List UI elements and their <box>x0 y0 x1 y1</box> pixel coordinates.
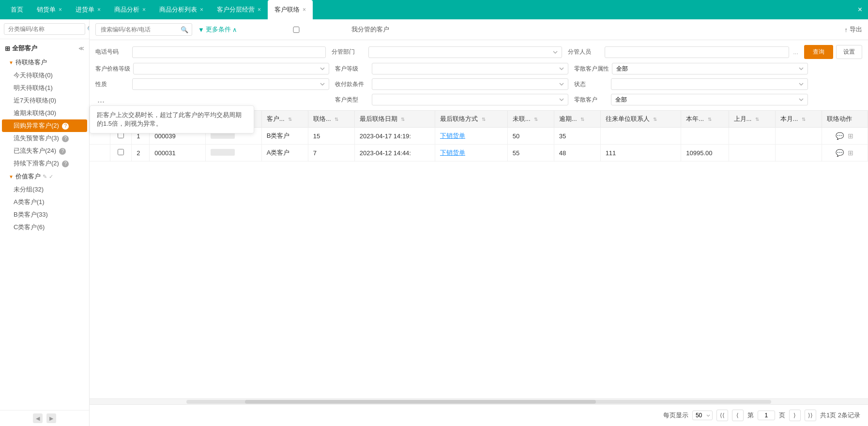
filter-retail-customer: 零散客户 全部 <box>574 94 808 105</box>
gender-select[interactable] <box>132 78 329 90</box>
nav-home[interactable]: 首页 <box>4 0 30 19</box>
per-page-select[interactable]: 50 <box>692 411 713 420</box>
declining-question-icon[interactable]: ? <box>62 161 69 167</box>
scroll-thumb[interactable] <box>245 400 596 404</box>
more-filter-btn[interactable]: ... <box>95 95 107 105</box>
page-input[interactable] <box>758 411 775 420</box>
col-last-contact-date[interactable]: 最后联络日期 ⇅ <box>354 111 435 128</box>
col-type[interactable]: 客户... ⇅ <box>261 111 308 128</box>
edit-icon[interactable]: ✎ <box>43 174 47 180</box>
close-customer-contact-tab[interactable]: × <box>303 6 306 13</box>
close-sales-tab[interactable]: × <box>59 6 62 13</box>
nav-product-list[interactable]: 商品分析列表 × <box>152 0 210 19</box>
last-page-btn[interactable]: ⟩⟩ <box>805 410 816 421</box>
sidebar-all-customers[interactable]: ⊞ 全部客户 ≪ <box>0 41 89 56</box>
close-product-list-tab[interactable]: × <box>200 6 203 13</box>
col-last-month[interactable]: 上月... ⇅ <box>729 111 775 128</box>
first-page-btn[interactable]: ⟨⟨ <box>716 410 728 421</box>
sort-this-year-icon[interactable]: ⇅ <box>708 117 712 122</box>
sort-contact-icon[interactable]: ⇅ <box>335 117 338 122</box>
sidebar-pending-section[interactable]: ▼ 待联络客户 <box>0 56 89 69</box>
lost-question-icon[interactable]: ? <box>62 135 69 142</box>
sidebar-class-a[interactable]: A类客户(1) <box>0 196 89 208</box>
dept-select[interactable] <box>368 46 562 58</box>
sort-type-icon[interactable]: ⇅ <box>288 117 292 122</box>
nav-sales[interactable]: 销货单 × <box>30 0 69 19</box>
customer-type-select[interactable] <box>372 94 569 105</box>
sort-last-month-icon[interactable]: ⇅ <box>755 117 759 122</box>
nav-customer-tier[interactable]: 客户分层经营 × <box>210 0 268 19</box>
sidebar-class-c[interactable]: C类客户(6) <box>0 221 89 234</box>
close-purchase-tab[interactable]: × <box>97 6 101 13</box>
sidebar-left-arrow[interactable]: ◀ <box>33 413 43 423</box>
phone-input[interactable] <box>132 46 326 58</box>
search-input-wrap: 🔍 <box>95 23 192 36</box>
row2-qr-icon[interactable]: ⊞ <box>848 149 853 157</box>
sort-date-icon[interactable]: ⇅ <box>401 117 405 122</box>
sidebar-right-arrow[interactable]: ▶ <box>46 413 56 423</box>
sidebar-tomorrow-pending[interactable]: 明天待联络(1) <box>0 82 89 94</box>
close-product-analysis-tab[interactable]: × <box>142 6 146 13</box>
status-select[interactable] <box>611 78 808 90</box>
sidebar-today-pending[interactable]: 今天待联络(0) <box>0 69 89 82</box>
next-page-btn[interactable]: ⟩ <box>789 410 801 421</box>
close-customer-tier-tab[interactable]: × <box>258 6 261 13</box>
my-customers-checkbox-area[interactable]: 我分管的客户 <box>243 25 389 34</box>
sort-uncontacted-icon[interactable]: ⇅ <box>534 117 538 122</box>
retail-attr-select[interactable]: 全部 <box>612 63 808 74</box>
col-this-month[interactable]: 本月... ⇅ <box>775 111 822 128</box>
more-conditions-btn[interactable]: ▼ 更多条件 ∧ <box>198 25 237 34</box>
row1-last-contact-method[interactable]: 下销货单 <box>435 128 507 145</box>
horizontal-scroll[interactable] <box>90 398 868 404</box>
sidebar-ungrouped[interactable]: 未分组(32) <box>0 183 89 196</box>
nav-customer-contact[interactable]: 客户联络 × <box>268 0 313 19</box>
price-level-select[interactable] <box>133 63 329 74</box>
sidebar-value-section[interactable]: ▼ 价值客户 ✎ ✓ <box>0 170 89 183</box>
row2-select-checkbox[interactable] <box>118 149 124 155</box>
export-btn[interactable]: ↑ 导出 <box>845 25 863 34</box>
repurchase-question-icon[interactable]: ? <box>62 123 69 130</box>
search-input[interactable] <box>95 23 192 36</box>
sidebar-class-b[interactable]: B类客户(33) <box>0 208 89 221</box>
row1-qr-icon[interactable]: ⊞ <box>848 132 853 140</box>
nav-purchase[interactable]: 进货单 × <box>69 0 107 19</box>
sidebar-collapse-icon[interactable]: ≪ <box>78 45 84 52</box>
row2-chat-icon[interactable]: 💬 <box>836 149 844 157</box>
sort-method-icon[interactable]: ⇅ <box>482 117 486 122</box>
sidebar-search-input[interactable] <box>4 23 85 35</box>
query-btn[interactable]: 查询 <box>804 45 833 59</box>
col-overdue[interactable]: 逾期... ⇅ <box>554 111 600 128</box>
col-uncontacted[interactable]: 未联... ⇅ <box>507 111 554 128</box>
col-this-year[interactable]: 本年... ⇅ <box>681 111 729 128</box>
my-customers-checkbox[interactable] <box>243 27 350 33</box>
row1-chat-icon[interactable]: 💬 <box>836 132 844 140</box>
prev-page-btn[interactable]: ⟨ <box>732 410 744 421</box>
sort-overdue-icon[interactable]: ⇅ <box>580 117 584 122</box>
nav-product-analysis[interactable]: 商品分析 × <box>107 0 152 19</box>
sidebar-lost-warning[interactable]: 流失预警客户(3) ? <box>0 132 89 145</box>
close-all-icon[interactable]: × <box>858 5 862 14</box>
sort-this-month-icon[interactable]: ⇅ <box>802 117 806 122</box>
sort-unit-contact-icon[interactable]: ⇅ <box>653 117 657 122</box>
person-input[interactable] <box>605 46 789 58</box>
sidebar-repurchase-abnormal[interactable]: 回购异常客户(2) ? <box>2 119 87 132</box>
setting-btn[interactable]: 设置 <box>836 45 862 59</box>
sidebar-already-lost[interactable]: 已流失客户(24) ? <box>0 145 89 157</box>
main-layout: 🔍 ⊞ 全部客户 ≪ ▼ 待联络客户 今天待联络(0) 明天待联络(1) 近7天… <box>0 19 868 426</box>
sidebar-overdue-pending[interactable]: 逾期未联络(30) <box>0 107 89 119</box>
sidebar-week-pending[interactable]: 近7天待联络(0) <box>0 94 89 107</box>
retail-customer-select[interactable]: 全部 <box>611 94 808 105</box>
already-lost-question-icon[interactable]: ? <box>59 148 66 155</box>
row2-last-contact-method[interactable]: 下销货单 <box>435 145 507 162</box>
customer-level-select[interactable] <box>372 63 569 74</box>
col-contact[interactable]: 联络... ⇅ <box>308 111 354 128</box>
row2-name <box>206 145 262 162</box>
check-icon[interactable]: ✓ <box>49 174 53 180</box>
search-icon[interactable]: 🔍 <box>181 26 188 33</box>
person-more-icon[interactable]: ... <box>793 48 798 56</box>
col-last-contact-method[interactable]: 最后联络方式 ⇅ <box>435 111 507 128</box>
row2-checkbox[interactable] <box>110 145 131 162</box>
sidebar-declining[interactable]: 持续下滑客户(2) ? <box>0 157 89 170</box>
col-unit-contact[interactable]: 往来单位联系人 ⇅ <box>600 111 681 128</box>
payment-select[interactable] <box>372 78 569 90</box>
